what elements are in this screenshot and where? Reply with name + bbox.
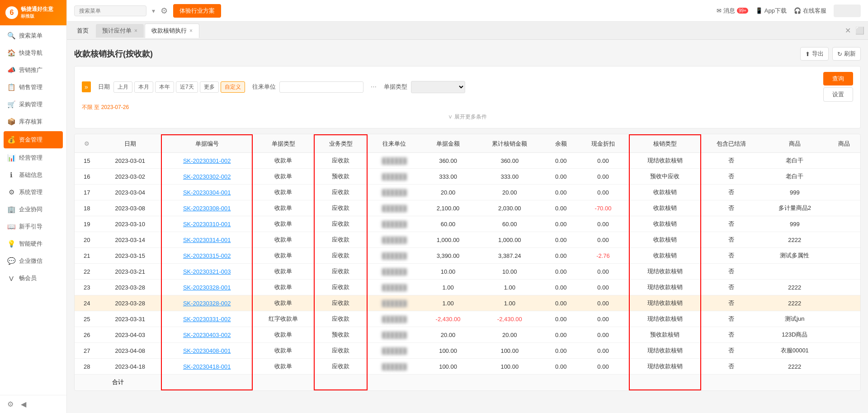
cell-cash-discount: 0.00 (577, 264, 629, 280)
cell-write-off-type: 预收款核销 (629, 327, 701, 343)
cell-bill-no[interactable]: SK-20230302-002 (161, 169, 252, 185)
cell-balance: 0.00 (545, 200, 577, 216)
sidebar-item-hardware[interactable]: 💡 智能硬件 (0, 235, 66, 252)
bill-type-select[interactable] (411, 81, 465, 93)
table-row: 15 2023-03-01 SK-20230301-002 收款单 应收款 ██… (75, 153, 860, 169)
table-row: 25 2023-03-31 SK-20230331-002 红字收款单 应收款 … (75, 311, 860, 327)
cell-bill-type: 收款单 (252, 216, 314, 232)
gear-icon[interactable]: ⚙ (160, 6, 168, 16)
tab-payable[interactable]: 预计应付单 × (96, 24, 144, 38)
cell-included: 否 (701, 185, 762, 200)
cell-bill-no[interactable]: SK-20230314-001 (161, 232, 252, 248)
last-month-btn[interactable]: 上月 (113, 81, 132, 93)
cell-product: 多计量商品2 (762, 200, 827, 216)
cell-included: 否 (701, 153, 762, 169)
table-row: 17 2023-03-04 SK-20230304-001 收款单 应收款 ██… (75, 185, 860, 200)
cell-cash-discount: 0.00 (577, 153, 629, 169)
service-group[interactable]: 🎧 在线客服 (794, 7, 826, 15)
cell-bill-type: 收款单 (252, 295, 314, 311)
tab-home[interactable]: 首页 (71, 24, 95, 38)
cell-accum-amount: 1,000.00 (475, 232, 544, 248)
sidebar-item-wechat[interactable]: 💬 企业微信 (0, 252, 66, 270)
cell-bill-no[interactable]: SK-20230328-002 (161, 295, 252, 311)
expand-more-btn[interactable]: ∨ 展开更多条件 (82, 111, 853, 123)
sidebar-item-purchase[interactable]: 🛒 采购管理 (0, 96, 66, 113)
sidebar-item-guide[interactable]: 📖 新手引导 (0, 218, 66, 235)
message-group[interactable]: ✉ 消息 99+ (717, 7, 748, 15)
tab-collection[interactable]: 收款核销执行 × (145, 24, 199, 38)
last-7days-btn[interactable]: 近7天 (176, 81, 198, 93)
export-button[interactable]: ⬆ 导出 (800, 47, 829, 61)
cell-bill-no[interactable]: SK-20230408-001 (161, 343, 252, 359)
cell-product2 (827, 232, 860, 248)
close-window-icon[interactable]: ✕ (845, 26, 851, 35)
table-row: 20 2023-03-14 SK-20230314-001 收款单 应收款 ██… (75, 232, 860, 248)
maximize-icon[interactable]: ⬜ (855, 26, 864, 35)
sidebar-item-enterprise[interactable]: 🏢 企业协同 (0, 201, 66, 218)
search-input[interactable] (74, 5, 146, 16)
member-icon: V (7, 274, 15, 282)
user-avatar[interactable] (834, 5, 861, 17)
cell-write-off-type: 现结收款核销 (629, 359, 701, 375)
service-label: 在线客服 (803, 7, 826, 15)
headset-icon: 🎧 (794, 7, 801, 14)
tab-collection-close[interactable]: × (189, 28, 193, 34)
cell-bill-no[interactable]: SK-20230328-001 (161, 280, 252, 295)
footer-accum-amount (475, 375, 544, 390)
cell-bill-no[interactable]: SK-20230308-001 (161, 200, 252, 216)
sidebar-item-marketing[interactable]: 📣 营销推广 (0, 62, 66, 79)
sidebar-item-system[interactable]: ⚙ 系统管理 (0, 184, 66, 201)
sidebar-item-label: 采购管理 (19, 100, 42, 109)
sidebar-item-basic[interactable]: ℹ 基础信息 (0, 166, 66, 184)
cell-accum-amount: 10.00 (475, 264, 544, 280)
solution-button[interactable]: 体验行业方案 (173, 4, 221, 18)
custom-btn[interactable]: 自定义 (221, 81, 245, 93)
settings-button[interactable]: 设置 (823, 87, 853, 102)
cell-accum-amount: 20.00 (475, 185, 544, 200)
cell-balance: 0.00 (545, 153, 577, 169)
cell-bill-no[interactable]: SK-20230403-002 (161, 327, 252, 343)
refresh-button[interactable]: ↻ 刷新 (832, 47, 861, 61)
cell-bill-no[interactable]: SK-20230310-001 (161, 216, 252, 232)
tab-payable-close[interactable]: × (134, 28, 137, 34)
cell-seq: 16 (75, 169, 99, 185)
filter-toggle-button[interactable]: » (82, 81, 91, 92)
cell-balance: 0.00 (545, 264, 577, 280)
table-row: 21 2023-03-15 SK-20230315-002 收款单 应收款 ██… (75, 248, 860, 264)
more-btn[interactable]: 更多 (200, 81, 219, 93)
cell-bill-no[interactable]: SK-20230321-003 (161, 264, 252, 280)
dropdown-icon[interactable]: ▾ (152, 7, 155, 14)
query-button[interactable]: 查询 (823, 72, 853, 85)
cell-product2 (827, 200, 860, 216)
this-month-btn[interactable]: 本月 (134, 81, 153, 93)
cell-accum-amount: 1.00 (475, 295, 544, 311)
cell-bill-no[interactable]: SK-20230331-002 (161, 311, 252, 327)
sidebar-item-search[interactable]: 🔍 搜索菜单 (0, 27, 66, 44)
collapse-icon[interactable]: ◀ (21, 400, 26, 408)
cell-partner: ██████ (367, 343, 421, 359)
cell-cash-discount: 0.00 (577, 327, 629, 343)
cell-write-off-type: 收款核销 (629, 185, 701, 200)
sidebar-item-inventory[interactable]: 📦 库存核算 (0, 113, 66, 130)
col-gear[interactable]: ⚙ (75, 135, 99, 153)
cell-date: 2023-03-15 (99, 248, 161, 264)
cell-bill-no[interactable]: SK-20230304-001 (161, 185, 252, 200)
cell-bill-no[interactable]: SK-20230301-002 (161, 153, 252, 169)
sidebar-item-operations[interactable]: 📊 经营管理 (0, 149, 66, 166)
sidebar-item-member[interactable]: V 畅会员 (0, 270, 66, 287)
cell-bill-no[interactable]: SK-20230418-001 (161, 359, 252, 375)
this-year-btn[interactable]: 本年 (155, 81, 174, 93)
table-body: 15 2023-03-01 SK-20230301-002 收款单 应收款 ██… (75, 153, 860, 375)
cell-included: 否 (701, 295, 762, 311)
cell-seq: 21 (75, 248, 99, 264)
sidebar-item-sales[interactable]: 📋 销售管理 (0, 79, 66, 96)
cell-date: 2023-03-10 (99, 216, 161, 232)
settings-icon[interactable]: ⚙ (7, 400, 14, 408)
partner-filter-input[interactable] (279, 81, 363, 93)
sidebar-item-funds[interactable]: 💰 资金管理 (4, 131, 63, 148)
app-download-group[interactable]: 📱 App下载 (755, 7, 787, 15)
sidebar-item-quicknav[interactable]: 🏠 快捷导航 (0, 44, 66, 62)
cell-biz-type: 应收款 (314, 264, 367, 280)
cell-bill-no[interactable]: SK-20230315-002 (161, 248, 252, 264)
col-product1: 商品 (762, 135, 827, 153)
